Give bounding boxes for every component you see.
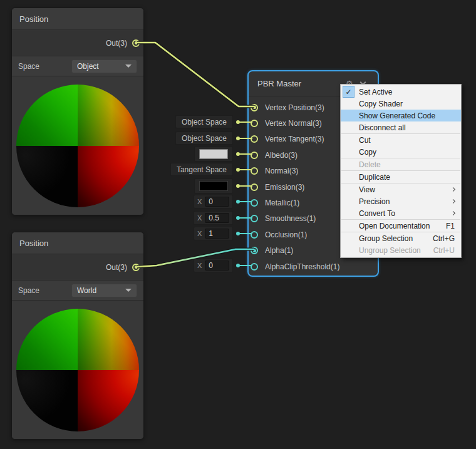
input-port[interactable] xyxy=(251,104,258,111)
context-menu: ✓ Set Active Copy Shader Show Generated … xyxy=(340,84,462,258)
metallic-default-field[interactable]: X 0 xyxy=(194,195,233,209)
position-preview-sphere xyxy=(16,85,139,207)
space-label: Space xyxy=(18,286,39,295)
smoothness-default-field[interactable]: X 0.5 xyxy=(194,211,233,225)
space-dropdown-value: World xyxy=(77,286,96,295)
submenu-arrow-icon xyxy=(451,187,455,192)
input-port[interactable] xyxy=(251,120,258,127)
position-node-world[interactable]: Position Out(3) Space World xyxy=(11,232,144,440)
space-label: Space xyxy=(18,62,39,71)
space-dropdown-value: Object xyxy=(77,62,99,71)
menu-item-copy[interactable]: Copy xyxy=(341,146,461,158)
emission-color-swatch[interactable] xyxy=(194,178,233,194)
occlusion-default-field[interactable]: X 1 xyxy=(194,227,233,240)
menu-item-view[interactable]: View xyxy=(341,183,461,195)
vertex-tangent-default-chip: Object Space xyxy=(175,132,233,145)
submenu-arrow-icon xyxy=(451,211,455,215)
out-port[interactable] xyxy=(132,264,140,271)
input-port[interactable] xyxy=(251,167,258,175)
menu-item-duplicate[interactable]: Duplicate xyxy=(341,171,461,183)
out-port-label: Out(3) xyxy=(106,39,127,48)
input-port[interactable] xyxy=(251,199,258,207)
out-port-label: Out(3) xyxy=(106,263,127,272)
out-port[interactable] xyxy=(132,39,140,47)
space-dropdown[interactable]: Object xyxy=(71,59,137,73)
menu-item-show-generated-code[interactable]: Show Generated Code xyxy=(341,110,461,121)
menu-item-delete: Delete xyxy=(341,158,461,170)
menu-item-ungroup-selection: Ungroup Selection Ctrl+U xyxy=(341,244,461,256)
shortcut-label: Ctrl+U xyxy=(433,246,455,255)
shortcut-label: F1 xyxy=(446,222,455,230)
input-port[interactable] xyxy=(251,247,258,254)
node-title: Position xyxy=(12,8,143,29)
normal-default-chip: Tangent Space xyxy=(170,163,233,176)
submenu-arrow-icon xyxy=(451,199,455,204)
checkmark-icon: ✓ xyxy=(343,86,354,98)
node-title-label: Position xyxy=(19,239,48,248)
input-port[interactable] xyxy=(251,215,258,222)
menu-item-convert-to[interactable]: Convert To xyxy=(341,207,461,219)
menu-item-group-selection[interactable]: Group Selection Ctrl+G xyxy=(341,232,461,244)
input-port[interactable] xyxy=(251,135,258,143)
shortcut-label: Ctrl+G xyxy=(433,234,455,243)
chevron-down-icon xyxy=(125,65,132,68)
node-preview xyxy=(12,76,143,215)
position-preview-sphere xyxy=(16,309,139,431)
vertex-normal-default-chip: Object Space xyxy=(175,115,233,128)
albedo-color-swatch[interactable] xyxy=(194,147,233,162)
chevron-down-icon xyxy=(125,289,132,292)
node-title-label: Position xyxy=(19,14,48,24)
menu-item-disconnect-all[interactable]: Disconnect all xyxy=(341,121,461,133)
shader-graph-canvas[interactable]: Position Out(3) Space Object Position Ou… xyxy=(0,0,476,449)
port-row-alphaclipthreshold: AlphaClipThreshold(1) xyxy=(249,259,378,274)
position-node-object[interactable]: Position Out(3) Space Object xyxy=(11,8,144,215)
menu-item-precision[interactable]: Precision xyxy=(341,195,461,207)
input-port[interactable] xyxy=(251,183,258,191)
input-port[interactable] xyxy=(251,263,258,271)
space-dropdown[interactable]: World xyxy=(71,284,137,297)
menu-item-cut[interactable]: Cut xyxy=(341,134,461,146)
input-port[interactable] xyxy=(251,152,258,159)
node-preview xyxy=(12,300,143,439)
menu-item-open-documentation[interactable]: Open Documentation F1 xyxy=(341,220,461,232)
menu-item-copy-shader[interactable]: Copy Shader xyxy=(341,98,461,110)
pbr-title-label: PBR Master xyxy=(257,79,301,88)
alphaclipthreshold-default-field[interactable]: X 0 xyxy=(194,259,233,272)
input-port[interactable] xyxy=(251,231,258,239)
menu-item-set-active[interactable]: ✓ Set Active xyxy=(341,86,461,98)
node-title: Position xyxy=(12,232,143,254)
